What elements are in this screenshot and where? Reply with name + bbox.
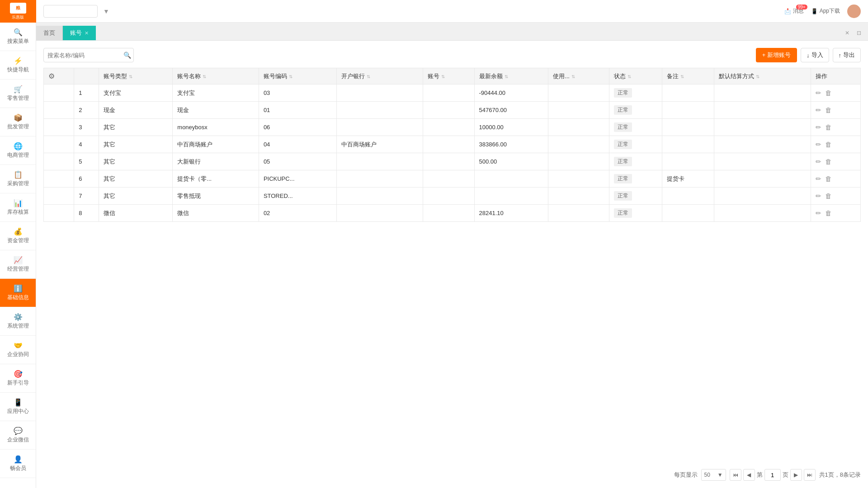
cell-settings [44,136,74,153]
sidebar-item-app-center[interactable]: 📱应用中心 [0,393,36,421]
col-label-code: 账号编码 [264,73,287,80]
sidebar-icon-ecommerce-mgmt: 🌐 [14,142,23,150]
edit-button[interactable]: ✏ [816,141,821,149]
settings-gear-icon[interactable]: ⚙ [48,72,55,80]
export-button[interactable]: ↑ 导出 [833,48,861,62]
per-page-select[interactable]: 50 ▼ [701,469,726,481]
delete-button[interactable]: 🗑 [825,192,832,200]
cell-status: 正常 [609,205,662,222]
cell-bank [337,188,423,205]
sidebar-label-operations-mgmt: 经营管理 [7,265,29,273]
import-button[interactable]: ↓ 导入 [801,48,829,62]
edit-button[interactable]: ✏ [816,175,821,183]
sidebar-item-retail-mgmt[interactable]: 🛒零售管理 [0,80,36,108]
delete-button[interactable]: 🗑 [825,209,832,217]
edit-button[interactable]: ✏ [816,123,821,131]
cell-account [423,170,474,188]
col-header-code[interactable]: 账号编码⇅ [259,68,337,84]
delete-button[interactable]: 🗑 [825,89,832,97]
col-header-remark[interactable]: 备注⇅ [662,68,714,84]
col-header-usage[interactable]: 使用...⇅ [548,68,609,84]
search-icon[interactable]: 🔍 [123,52,131,59]
sidebar-item-system-mgmt[interactable]: ⚙️系统管理 [0,307,36,336]
cell-usage [548,188,609,205]
cell-status: 正常 [609,84,662,102]
prev-page-button[interactable]: ◀ [743,469,755,481]
first-page-button[interactable]: ⏮ [730,469,741,481]
edit-button[interactable]: ✏ [816,209,821,217]
col-header-default_settle[interactable]: 默认结算方式⇅ [714,68,811,84]
header-right: 📩 消息 99+ 📱 App下载 [784,5,861,18]
tab-home[interactable]: 首页 [36,26,63,40]
cell-name: 提货卡（零... [173,170,259,188]
next-page-button[interactable]: ▶ [790,469,802,481]
tab-label-account: 账号 [70,29,82,37]
search-box[interactable]: 🔍 [43,48,134,62]
sidebar-label-purchase-mgmt: 采购管理 [7,180,29,188]
last-page-button[interactable]: ⏭ [804,469,816,481]
cell-bank: 中百商场账户 [337,136,423,153]
sidebar-label-member: 畅会员 [10,465,26,472]
avatar[interactable] [847,5,861,18]
delete-button[interactable]: 🗑 [825,141,832,148]
col-label-account: 账号 [428,73,439,80]
sidebar-item-new-guide[interactable]: 🎯新手引导 [0,364,36,393]
edit-button[interactable]: ✏ [816,158,821,166]
sidebar-icon-inventory-calc: 📊 [14,199,23,207]
tab-account[interactable]: 账号✕ [63,26,96,40]
col-header-account[interactable]: 账号⇅ [423,68,474,84]
content-area: 🔍 + 新增账号 ↓ 导入 ↑ 导出 ⚙账号类型⇅账号名称⇅账号编码⇅开户银行⇅… [36,41,868,488]
cell-balance: -90444.00 [474,84,548,102]
cell-type: 其它 [99,153,173,170]
col-header-idx [74,68,99,84]
sidebar-item-finance-mgmt[interactable]: 💰资金管理 [0,222,36,250]
sidebar-item-biz-wechat[interactable]: 💬企业微信 [0,421,36,450]
sidebar-item-search-menu[interactable]: 🔍搜索菜单 [0,23,36,51]
page-number-input[interactable] [764,469,781,481]
sidebar-label-new-guide: 新手引导 [7,379,29,387]
app-label: App下载 [820,7,840,15]
sidebar-item-basic-info[interactable]: ℹ️基础信息 [0,279,36,307]
cell-type: 其它 [99,119,173,136]
col-header-balance[interactable]: 最新余额⇅ [474,68,548,84]
delete-button[interactable]: 🗑 [825,106,832,114]
sidebar-item-operations-mgmt[interactable]: 📈经营管理 [0,250,36,279]
col-header-status[interactable]: 状态⇅ [609,68,662,84]
edit-button[interactable]: ✏ [816,89,821,97]
action-btns: ✏ 🗑 [816,175,856,183]
sidebar-label-biz-wechat: 企业微信 [7,436,29,444]
sidebar-item-quick-nav[interactable]: ⚡快捷导航 [0,51,36,80]
cell-idx: 4 [74,136,99,153]
tab-restore-btn[interactable]: ⊡ [854,28,864,38]
cell-status: 正常 [609,153,662,170]
sidebar-item-wholesale-mgmt[interactable]: 📦批发管理 [0,108,36,136]
col-header-name[interactable]: 账号名称⇅ [173,68,259,84]
sidebar-item-member[interactable]: 👤畅会员 [0,450,36,478]
sort-icon-code: ⇅ [289,74,292,79]
sidebar-item-ecommerce-mgmt[interactable]: 🌐电商管理 [0,136,36,165]
top-search-input[interactable] [43,5,98,18]
sidebar-item-inventory-calc[interactable]: 📊库存核算 [0,193,36,222]
cell-settings [44,84,74,102]
search-input[interactable] [47,52,123,59]
dropdown-icon[interactable]: ▼ [103,8,109,15]
add-account-button[interactable]: + 新增账号 [756,48,797,62]
sidebar-item-purchase-mgmt[interactable]: 📋采购管理 [0,165,36,193]
per-page-arrow: ▼ [717,472,723,478]
cell-name: 支付宝 [173,84,259,102]
delete-button[interactable]: 🗑 [825,123,832,131]
delete-button[interactable]: 🗑 [825,158,832,165]
app-download-button[interactable]: 📱 App下载 [811,7,840,15]
msg-button[interactable]: 📩 消息 99+ [784,7,804,15]
tab-close-btn[interactable]: ✕ [842,28,853,38]
col-header-type[interactable]: 账号类型⇅ [99,68,173,84]
tab-close-account[interactable]: ✕ [85,30,89,36]
status-badge: 正常 [614,88,632,98]
delete-button[interactable]: 🗑 [825,175,832,183]
edit-button[interactable]: ✏ [816,106,821,114]
edit-button[interactable]: ✏ [816,192,821,200]
col-label-remark: 备注 [667,73,679,80]
col-header-bank[interactable]: 开户银行⇅ [337,68,423,84]
sidebar-item-biz-agreement[interactable]: 🤝企业协同 [0,336,36,364]
cell-usage [548,119,609,136]
